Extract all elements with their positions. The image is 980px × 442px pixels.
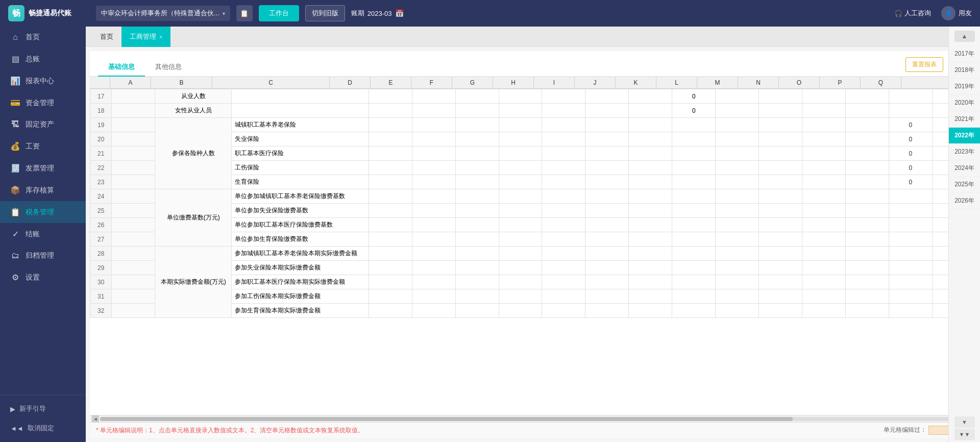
year-item[interactable]: 2021年 xyxy=(949,111,980,128)
cell-k[interactable] xyxy=(672,275,716,289)
cell-c[interactable]: 参加工伤保险本期实际缴费金额 xyxy=(232,289,369,304)
cell-p[interactable] xyxy=(889,232,932,247)
cell-k[interactable] xyxy=(672,146,716,161)
cell-m[interactable] xyxy=(759,161,802,175)
cell-m[interactable] xyxy=(759,275,802,289)
cell-l[interactable] xyxy=(716,189,759,204)
cell-j[interactable] xyxy=(629,146,672,161)
cell-o[interactable] xyxy=(846,247,889,261)
cell-p[interactable] xyxy=(889,189,932,204)
sidebar-item-wages[interactable]: 💰 工资 xyxy=(0,135,86,157)
cell-g[interactable] xyxy=(499,232,542,247)
cell-m[interactable] xyxy=(759,118,802,132)
cell-e[interactable] xyxy=(412,261,455,275)
cell-i[interactable] xyxy=(585,118,629,132)
cell-i[interactable] xyxy=(585,189,629,204)
cell-n[interactable] xyxy=(802,218,846,232)
cell-f[interactable] xyxy=(455,189,499,204)
cell-m[interactable] xyxy=(759,289,802,304)
cell-i[interactable] xyxy=(585,289,629,304)
cell-f[interactable] xyxy=(455,304,499,318)
old-version-button[interactable]: 切到旧版 xyxy=(305,5,345,21)
cell-h[interactable] xyxy=(542,161,585,175)
cell-g[interactable] xyxy=(499,132,542,146)
cell-c[interactable]: 职工基本医疗保险 xyxy=(232,146,369,161)
cell-b[interactable]: 从业人数 xyxy=(155,89,232,104)
cell-k[interactable] xyxy=(672,247,716,261)
cell-g[interactable] xyxy=(499,104,542,118)
sidebar-item-settings[interactable]: ⚙ 设置 xyxy=(0,266,86,288)
cell-n[interactable] xyxy=(802,289,846,304)
cell-e[interactable] xyxy=(412,204,455,218)
cell-k[interactable] xyxy=(672,261,716,275)
cell-m[interactable] xyxy=(759,204,802,218)
cell-k[interactable] xyxy=(672,189,716,204)
sidebar-item-reports[interactable]: 📊 报表中心 xyxy=(0,70,86,92)
cell-a[interactable] xyxy=(112,204,155,218)
cell-n[interactable] xyxy=(802,118,846,132)
cell-k[interactable] xyxy=(672,232,716,247)
cell-e[interactable] xyxy=(412,247,455,261)
cell-a[interactable] xyxy=(112,132,155,146)
cell-e[interactable] xyxy=(412,161,455,175)
cell-k[interactable]: 0 xyxy=(672,104,716,118)
cell-o[interactable] xyxy=(846,261,889,275)
cell-o[interactable] xyxy=(846,275,889,289)
sidebar-item-tax[interactable]: 📋 税务管理 xyxy=(0,201,86,223)
cell-d[interactable] xyxy=(369,189,412,204)
cell-l[interactable] xyxy=(716,175,759,189)
cell-a[interactable] xyxy=(112,275,155,289)
cell-d[interactable] xyxy=(369,204,412,218)
cell-p[interactable] xyxy=(889,289,932,304)
cell-d[interactable] xyxy=(369,132,412,146)
cell-p[interactable]: 0 xyxy=(889,161,932,175)
cell-d[interactable] xyxy=(369,218,412,232)
cell-a[interactable] xyxy=(112,175,155,189)
cell-m[interactable] xyxy=(759,261,802,275)
cell-p[interactable]: 0 xyxy=(889,132,932,146)
cell-p[interactable] xyxy=(889,218,932,232)
cell-a[interactable] xyxy=(112,89,155,104)
cell-e[interactable] xyxy=(412,304,455,318)
cell-p[interactable]: 0 xyxy=(889,118,932,132)
year-item[interactable]: 2023年 xyxy=(949,144,980,160)
tab-other-info[interactable]: 其他信息 xyxy=(145,58,192,77)
sidebar-item-archive[interactable]: 🗂 归档管理 xyxy=(0,245,86,266)
horizontal-scrollbar[interactable]: ◄ ► xyxy=(90,415,976,422)
table-row[interactable]: 17从业人数0 xyxy=(90,89,976,104)
cell-o[interactable] xyxy=(846,289,889,304)
cell-d[interactable] xyxy=(369,161,412,175)
cell-d[interactable] xyxy=(369,104,412,118)
cell-m[interactable] xyxy=(759,104,802,118)
cell-f[interactable] xyxy=(455,232,499,247)
cell-o[interactable] xyxy=(846,189,889,204)
cell-i[interactable] xyxy=(585,275,629,289)
cell-m[interactable] xyxy=(759,175,802,189)
cell-l[interactable] xyxy=(716,247,759,261)
user-area[interactable]: 👤 用友 xyxy=(941,6,972,20)
cell-m[interactable] xyxy=(759,89,802,104)
cell-o[interactable] xyxy=(846,232,889,247)
cell-p[interactable] xyxy=(889,261,932,275)
cell-m[interactable] xyxy=(759,132,802,146)
calendar-icon[interactable]: 📅 xyxy=(395,9,404,17)
cell-h[interactable] xyxy=(542,232,585,247)
cell-f[interactable] xyxy=(455,89,499,104)
cell-b[interactable]: 参保各险种人数 xyxy=(155,118,232,189)
company-selector[interactable]: 中审众环会计师事务所（特殊普通合伙... ▾ xyxy=(96,6,230,21)
cell-p[interactable] xyxy=(889,89,932,104)
cell-h[interactable] xyxy=(542,132,585,146)
cell-n[interactable] xyxy=(802,104,846,118)
cell-k[interactable] xyxy=(672,304,716,318)
cell-f[interactable] xyxy=(455,204,499,218)
cell-l[interactable] xyxy=(716,132,759,146)
cell-j[interactable] xyxy=(629,104,672,118)
cell-h[interactable] xyxy=(542,289,585,304)
year-item[interactable]: 2017年 xyxy=(949,46,980,62)
cell-i[interactable] xyxy=(585,304,629,318)
cell-l[interactable] xyxy=(716,275,759,289)
cell-j[interactable] xyxy=(629,218,672,232)
cell-o[interactable] xyxy=(846,89,889,104)
cell-p[interactable] xyxy=(889,104,932,118)
cell-a[interactable] xyxy=(112,232,155,247)
